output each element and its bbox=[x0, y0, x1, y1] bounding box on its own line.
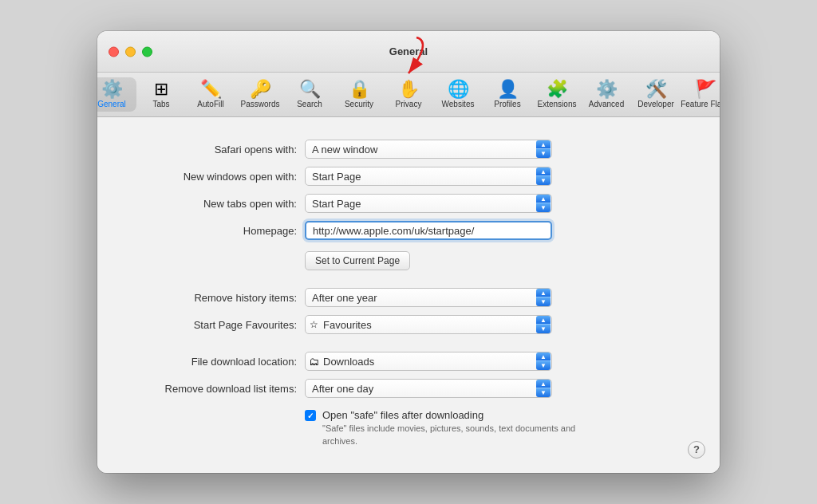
homepage-row: Homepage: bbox=[129, 221, 688, 240]
tab-advanced-label: Advanced bbox=[589, 100, 624, 108]
tab-developer-label: Developer bbox=[637, 100, 674, 108]
new-tabs-label: New tabs open with: bbox=[129, 198, 305, 210]
stepper-down-icon[interactable]: ▼ bbox=[536, 176, 551, 185]
tab-tabs[interactable]: ⊞ Tabs bbox=[136, 77, 186, 112]
safari-opens-select-wrapper: A new window A new private window ▲ ▼ bbox=[305, 140, 552, 159]
safari-opens-control: A new window A new private window ▲ ▼ bbox=[305, 140, 552, 159]
homepage-input[interactable] bbox=[305, 221, 552, 240]
feature-flags-icon: 🚩 bbox=[695, 81, 716, 98]
file-download-row: File download location: Downloads Deskto… bbox=[129, 352, 688, 371]
remove-download-select[interactable]: After one day After one week When Safari… bbox=[305, 379, 552, 398]
remove-download-control: After one day After one week When Safari… bbox=[305, 379, 552, 398]
homepage-label: Homepage: bbox=[129, 225, 305, 237]
remove-history-control: After one year After one month After one… bbox=[305, 288, 552, 307]
tab-privacy[interactable]: ✋ Privacy bbox=[384, 77, 433, 112]
stepper-down-icon[interactable]: ▼ bbox=[536, 149, 551, 158]
tabs-icon: ⊞ bbox=[154, 81, 168, 98]
new-windows-select[interactable]: Start Page Homepage Empty Page bbox=[305, 167, 552, 186]
file-download-select-wrapper: Downloads Desktop Other... 🗂 ▲ ▼ bbox=[305, 352, 552, 371]
tab-feature-flags[interactable]: 🚩 Feature Flags bbox=[681, 77, 720, 112]
start-page-favs-row: Start Page Favourites: Favourites Readin… bbox=[129, 315, 688, 334]
tab-tabs-label: Tabs bbox=[152, 100, 169, 108]
stepper-up-icon[interactable]: ▲ bbox=[536, 316, 551, 325]
privacy-icon: ✋ bbox=[398, 81, 420, 98]
new-windows-stepper: ▲ ▼ bbox=[536, 167, 551, 185]
start-page-favs-stepper: ▲ ▼ bbox=[536, 316, 551, 333]
tab-developer[interactable]: 🛠️ Developer bbox=[631, 77, 681, 112]
tab-passwords-label: Passwords bbox=[241, 100, 280, 108]
set-current-button[interactable]: Set to Current Page bbox=[305, 251, 410, 270]
new-windows-row: New windows open with: Start Page Homepa… bbox=[129, 167, 688, 186]
maximize-button[interactable] bbox=[142, 46, 152, 57]
open-safe-files-wrapper: Open "safe" files after downloading "Saf… bbox=[305, 409, 594, 447]
search-icon: 🔍 bbox=[299, 81, 321, 98]
open-safe-files-row: Open "safe" files after downloading "Saf… bbox=[305, 409, 688, 447]
open-safe-files-checkbox[interactable] bbox=[305, 410, 316, 421]
tab-websites[interactable]: 🌐 Websites bbox=[433, 77, 483, 112]
start-page-favs-select[interactable]: Favourites Reading List bbox=[305, 315, 552, 334]
remove-history-select-wrapper: After one year After one month After one… bbox=[305, 288, 552, 307]
tab-websites-label: Websites bbox=[442, 100, 475, 108]
tab-passwords[interactable]: 🔑 Passwords bbox=[235, 77, 285, 112]
stepper-up-icon[interactable]: ▲ bbox=[536, 195, 551, 203]
tab-security-label: Security bbox=[345, 100, 373, 108]
stepper-up-icon[interactable]: ▲ bbox=[536, 140, 551, 149]
tab-security[interactable]: 🔒 Security bbox=[334, 77, 384, 112]
websites-icon: 🌐 bbox=[448, 81, 469, 98]
new-tabs-select[interactable]: Start Page Homepage Empty Page bbox=[305, 194, 552, 213]
tab-profiles-label: Profiles bbox=[494, 100, 520, 108]
tab-autofill-label: AutoFill bbox=[197, 100, 223, 108]
general-icon: ⚙️ bbox=[101, 81, 123, 98]
new-windows-select-wrapper: Start Page Homepage Empty Page ▲ ▼ bbox=[305, 167, 552, 186]
stepper-down-icon[interactable]: ▼ bbox=[536, 361, 551, 370]
new-tabs-stepper: ▲ ▼ bbox=[536, 195, 551, 212]
tab-profiles[interactable]: 👤 Profiles bbox=[483, 77, 532, 112]
tab-privacy-label: Privacy bbox=[396, 100, 422, 108]
stepper-up-icon[interactable]: ▲ bbox=[536, 289, 551, 297]
safari-opens-row: Safari opens with: A new window A new pr… bbox=[129, 140, 688, 159]
tab-search-label: Search bbox=[297, 100, 322, 108]
developer-icon: 🛠️ bbox=[645, 81, 667, 98]
safari-opens-select[interactable]: A new window A new private window bbox=[305, 140, 552, 159]
tab-general[interactable]: ⚙️ General bbox=[97, 77, 136, 112]
remove-history-select[interactable]: After one year After one month After one… bbox=[305, 288, 552, 307]
tab-search[interactable]: 🔍 Search bbox=[285, 77, 334, 112]
security-icon: 🔒 bbox=[349, 81, 370, 98]
stepper-down-icon[interactable]: ▼ bbox=[536, 297, 551, 306]
stepper-up-icon[interactable]: ▲ bbox=[536, 352, 551, 361]
toolbar: ⚙️ General ⊞ Tabs ✏️ AutoFill 🔑 Password… bbox=[97, 73, 720, 117]
tab-advanced[interactable]: ⚙️ Advanced bbox=[582, 77, 631, 112]
stepper-up-icon[interactable]: ▲ bbox=[536, 380, 551, 388]
remove-history-row: Remove history items: After one year Aft… bbox=[129, 288, 688, 307]
file-download-select[interactable]: Downloads Desktop Other... bbox=[305, 352, 552, 371]
open-safe-files-label: Open "safe" files after downloading bbox=[322, 409, 594, 421]
stepper-down-icon[interactable]: ▼ bbox=[536, 203, 551, 212]
safari-opens-stepper: ▲ ▼ bbox=[536, 140, 551, 158]
set-current-control: Set to Current Page bbox=[305, 248, 552, 270]
file-download-stepper: ▲ ▼ bbox=[536, 352, 551, 370]
advanced-icon: ⚙️ bbox=[596, 81, 618, 98]
close-button[interactable] bbox=[109, 46, 119, 57]
stepper-down-icon[interactable]: ▼ bbox=[536, 325, 551, 333]
set-current-row: Set to Current Page bbox=[129, 248, 688, 270]
homepage-control bbox=[305, 221, 552, 240]
tab-extensions-label: Extensions bbox=[538, 100, 577, 108]
remove-download-select-wrapper: After one day After one week When Safari… bbox=[305, 379, 552, 398]
start-page-favs-select-wrapper: Favourites Reading List ☆ ▲ ▼ bbox=[305, 315, 552, 334]
help-button[interactable]: ? bbox=[688, 441, 705, 459]
arrow-indicator bbox=[389, 33, 428, 81]
remove-download-stepper: ▲ ▼ bbox=[536, 380, 551, 397]
stepper-up-icon[interactable]: ▲ bbox=[536, 167, 551, 176]
new-tabs-select-wrapper: Start Page Homepage Empty Page ▲ ▼ bbox=[305, 194, 552, 213]
tab-extensions[interactable]: 🧩 Extensions bbox=[532, 77, 582, 112]
remove-download-label: Remove download list items: bbox=[129, 383, 305, 395]
stepper-down-icon[interactable]: ▼ bbox=[536, 388, 551, 397]
extensions-icon: 🧩 bbox=[547, 81, 568, 98]
minimize-button[interactable] bbox=[125, 46, 136, 57]
tab-autofill[interactable]: ✏️ AutoFill bbox=[186, 77, 235, 112]
spacer-1 bbox=[129, 278, 688, 288]
open-safe-files-sublabel: "Safe" files include movies, pictures, s… bbox=[322, 423, 594, 447]
remove-download-row: Remove download list items: After one da… bbox=[129, 379, 688, 398]
content-area: Safari opens with: A new window A new pr… bbox=[97, 117, 720, 473]
autofill-icon: ✏️ bbox=[200, 81, 222, 98]
